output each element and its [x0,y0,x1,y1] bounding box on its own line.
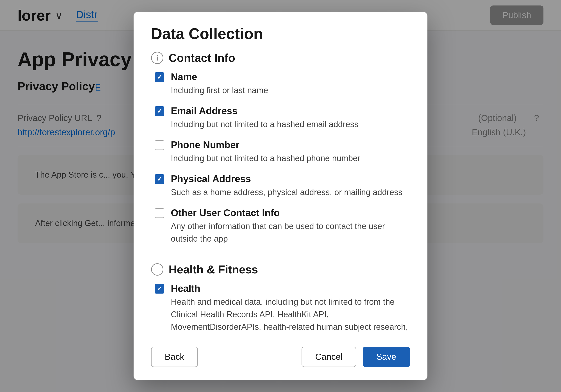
cancel-button[interactable]: Cancel [302,347,356,367]
phone-label: Phone Number [171,139,410,150]
physical-address-label: Physical Address [171,173,410,184]
section-divider-1 [151,254,410,254]
save-button[interactable]: Save [363,347,410,367]
physical-address-checkbox-wrapper [153,173,166,186]
health-checkbox[interactable] [155,284,164,294]
phone-item: Phone Number Including but not limited t… [151,139,410,165]
name-content: Name Including first or last name [171,72,410,97]
other-contact-checkbox-wrapper [153,207,166,220]
phone-content: Phone Number Including but not limited t… [171,139,410,165]
other-contact-checkbox[interactable] [155,208,164,218]
email-item: Email Address Including but not limited … [151,106,410,131]
footer-right-actions: Cancel Save [302,347,410,367]
email-desc: Including but not limited to a hashed em… [171,120,359,129]
name-item: Name Including first or last name [151,72,410,97]
modal-footer: Back Cancel Save [134,338,427,380]
physical-address-desc: Such as a home address, physical address… [171,188,402,197]
name-checkbox[interactable] [155,72,164,82]
health-desc: Health and medical data, including but n… [171,297,408,333]
physical-address-item: Physical Address Such as a home address,… [151,173,410,199]
email-content: Email Address Including but not limited … [171,106,410,131]
modal-title: Data Collection [151,25,410,42]
name-checkbox-wrapper [153,72,166,84]
health-label: Health [171,283,410,294]
phone-desc: Including but not limited to a hashed ph… [171,154,360,163]
other-contact-content: Other User Contact Info Any other inform… [171,207,410,245]
health-fitness-icon [151,263,163,275]
contact-info-header: i Contact Info [151,51,410,64]
contact-info-title: Contact Info [169,51,235,64]
health-fitness-section: Health & Fitness Health Health and medic… [151,263,410,333]
email-checkbox[interactable] [155,106,164,116]
email-label: Email Address [171,106,410,117]
other-contact-desc: Any other information that can be used t… [171,222,385,243]
other-contact-label: Other User Contact Info [171,207,410,218]
health-item: Health Health and medical data, includin… [151,283,410,333]
data-collection-modal: Data Collection i Contact Info Name Incl… [134,12,427,380]
phone-checkbox[interactable] [155,140,164,150]
name-desc: Including first or last name [171,86,268,95]
modal-header: Data Collection [134,12,427,51]
other-contact-item: Other User Contact Info Any other inform… [151,207,410,245]
back-button[interactable]: Back [151,347,198,367]
health-fitness-title: Health & Fitness [169,263,258,276]
name-label: Name [171,72,410,83]
physical-address-checkbox[interactable] [155,174,164,184]
phone-checkbox-wrapper [153,139,166,152]
email-checkbox-wrapper [153,106,166,118]
health-fitness-header: Health & Fitness [151,263,410,276]
info-icon: i [151,52,163,64]
modal-body: i Contact Info Name Including first or l… [134,51,427,333]
physical-address-content: Physical Address Such as a home address,… [171,173,410,199]
health-content: Health Health and medical data, includin… [171,283,410,333]
health-checkbox-wrapper [153,283,166,295]
contact-info-section: i Contact Info Name Including first or l… [151,51,410,245]
